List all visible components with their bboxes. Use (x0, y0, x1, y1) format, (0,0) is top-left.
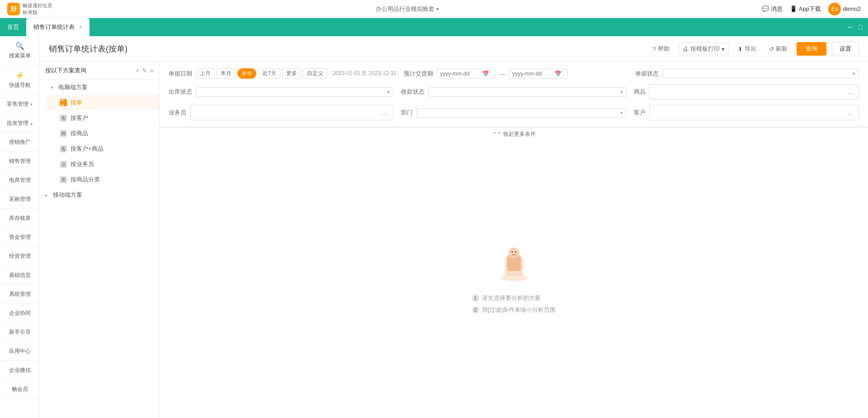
export-btn[interactable]: ⬆ 导出 (734, 43, 760, 55)
tree-item-bycategory[interactable]: 类 按商品分类 (45, 172, 159, 187)
print-btn[interactable]: 🖨 按模板打印 ▾ (679, 43, 729, 55)
user-avatar-area[interactable]: Ea demo2 (828, 3, 861, 15)
customer-label: 客户 (634, 109, 646, 117)
tree-item-bycustomer[interactable]: 客 按客户 (45, 110, 159, 126)
sidebar-item-system[interactable]: 系统管理 (0, 285, 39, 304)
customer-more-icon[interactable]: ... (846, 107, 855, 118)
collapse-bar[interactable]: ⌃⌃ 收起更多条件 (160, 127, 868, 141)
sidebar-item-search[interactable]: 🔍 搜索菜单 (0, 36, 39, 66)
calendar-start-icon: 📅 (482, 71, 489, 77)
workspace-title: 办公用品行业模拟账套 (376, 5, 434, 13)
goods-select[interactable]: ... (649, 84, 859, 100)
tab-maximize-btn[interactable]: □ (856, 21, 864, 33)
tree-item-byorder[interactable]: 按单 按单 (45, 95, 159, 110)
scheme-icon-order: 按单 (60, 99, 67, 106)
wholesale-arrow-icon: ▴ (30, 121, 33, 126)
tab-home[interactable]: 首页 (0, 18, 26, 36)
sidebar-item-newbie[interactable]: 新手引导 (0, 323, 39, 342)
sidebar-item-basic[interactable]: 基础信息 (0, 266, 39, 285)
date-btn-thisyear[interactable]: 本年 (237, 68, 256, 79)
salesperson-label: 业务员 (169, 109, 186, 117)
expected-date-end-input[interactable] (512, 71, 553, 77)
date-btn-lastmonth[interactable]: 上月 (196, 68, 215, 79)
filter-item-ship: 出库状态 ▾ (169, 87, 394, 97)
expected-date-start[interactable]: 📅 (437, 69, 495, 79)
tree-item-bygoods[interactable]: 商 按商品 (45, 126, 159, 141)
payment-dropdown-icon: ▾ (620, 90, 623, 95)
settings-button[interactable]: 设置 (832, 42, 859, 56)
sidebar: 🔍 搜索菜单 ⚡ 快捷导航 零售管理 ▾ 批发管理 ▴ 营销推广 销售管理 电商… (0, 36, 40, 418)
sidebar-item-ecommerce[interactable]: 电商管理 (0, 171, 39, 190)
tree-item-bycustomergoods[interactable]: 客 按客户+商品 (45, 141, 159, 157)
workspace-title-area[interactable]: 办公用品行业模拟账套 ▾ (376, 5, 439, 13)
tree-item-bysalesperson[interactable]: 业 按业务员 (45, 157, 159, 172)
date-btn-more[interactable]: 更多 (282, 68, 301, 79)
date-shortcuts: 上月 本月 本年 近7天 更多 自定义 (196, 68, 327, 79)
download-icon: 📱 (790, 5, 797, 12)
sidebar-item-marketing[interactable]: 营销推广 (0, 133, 39, 152)
customer-select[interactable]: ... (649, 105, 859, 120)
content-area: 销售订单统计表(按单) ? 帮助 🖨 按模板打印 ▾ ⬆ 导出 ↺ 刷新 (40, 36, 868, 418)
filter-item-date: 单据日期 上月 本月 本年 近7天 更多 自定义 2023-01-01 至 20… (169, 68, 396, 79)
sidebar-item-appcenter[interactable]: 应用中心 (0, 342, 39, 361)
collapse-panel-icon[interactable]: « (150, 67, 154, 74)
add-scheme-icon[interactable]: + (136, 67, 139, 74)
sidebar-item-retail[interactable]: 零售管理 ▾ (0, 95, 39, 114)
query-button[interactable]: 查询 (797, 42, 826, 56)
department-label: 部门 (401, 109, 413, 117)
workspace-dropdown-icon[interactable]: ▾ (436, 6, 439, 11)
scheme-icon-customer: 客 (60, 114, 67, 122)
ship-status-select[interactable]: ▾ (196, 87, 394, 97)
sidebar-item-sales[interactable]: 销售管理 (0, 152, 39, 171)
avatar: Ea (828, 3, 841, 15)
department-select[interactable]: ▾ (416, 108, 626, 118)
refresh-icon: ↺ (769, 46, 774, 52)
date-btn-thismonth[interactable]: 本月 (217, 68, 236, 79)
expected-date-end[interactable]: 📅 (509, 69, 568, 79)
scheme-icon-custgoods: 客 (60, 145, 67, 152)
help-icon: ? (653, 46, 656, 52)
salesperson-more-icon[interactable]: ... (381, 107, 390, 118)
tree-parent-mobile[interactable]: ▸ 移动端方案 (40, 187, 159, 203)
date-btn-custom[interactable]: 自定义 (303, 68, 327, 79)
sidebar-item-purchase[interactable]: 采购管理 (0, 190, 39, 209)
payment-status-select[interactable]: ▾ (428, 87, 626, 97)
page-title: 销售订单统计表(按单) (49, 43, 127, 54)
filter-row-1: 单据日期 上月 本月 本年 近7天 更多 自定义 2023-01-01 至 20… (169, 68, 859, 79)
sidebar-item-finance[interactable]: 资金管理 (0, 228, 39, 247)
page-header: 销售订单统计表(按单) ? 帮助 🖨 按模板打印 ▾ ⬆ 导出 ↺ 刷新 (40, 36, 868, 62)
scheme-icon-salesperson: 业 (60, 161, 67, 168)
sidebar-item-member[interactable]: 畅会员 (0, 380, 39, 399)
tab-minimize-btn[interactable]: ─ (846, 21, 854, 33)
sidebar-item-enterprise[interactable]: 企业协同 (0, 304, 39, 323)
collapse-btn[interactable]: ⌃⌃ 收起更多条件 (492, 130, 536, 138)
filter-item-expected-date: 预计交货期 📅 — 📅 (404, 69, 627, 79)
help-btn[interactable]: ? 帮助 (649, 43, 673, 55)
tree-parent-desktop[interactable]: ▾ 电脑端方案 (45, 80, 159, 95)
app-download-btn[interactable]: 📱 App下载 (790, 5, 821, 13)
sidebar-item-wechat[interactable]: 企业微信 (0, 361, 39, 380)
bill-status-dropdown-icon: ▾ (853, 71, 855, 76)
tab-bar-right: ─ □ (846, 21, 868, 33)
shortcut-icon: ⚡ (15, 71, 24, 80)
expected-date-start-input[interactable] (440, 71, 481, 77)
main-content: 🔍 搜索菜单 ⚡ 快捷导航 零售管理 ▾ 批发管理 ▴ 营销推广 销售管理 电商… (0, 36, 868, 418)
sidebar-item-wholesale[interactable]: 批发管理 ▴ (0, 114, 39, 133)
tab-close-icon[interactable]: × (79, 24, 82, 30)
sidebar-item-operations[interactable]: 经营管理 (0, 247, 39, 266)
refresh-btn[interactable]: ↺ 刷新 (765, 43, 791, 55)
date-btn-7days[interactable]: 近7天 (258, 68, 280, 79)
sidebar-item-inventory[interactable]: 库存核算 (0, 209, 39, 228)
filter-item-customer: 客户 ... (634, 105, 859, 120)
sidebar-item-shortcut[interactable]: ⚡ 快捷导航 (0, 66, 39, 95)
message-btn[interactable]: 💬 消息 (762, 5, 783, 13)
edit-scheme-icon[interactable]: ✎ (142, 67, 147, 74)
scheme-icon-category: 类 (60, 176, 67, 183)
bill-status-select[interactable]: ▾ (662, 69, 859, 78)
left-panel-header: 按以下方案查询 + ✎ « (40, 62, 159, 80)
goods-more-icon[interactable]: ... (846, 86, 855, 97)
salesperson-select[interactable]: ... (190, 105, 394, 120)
empty-hint-1: 1 请先选择要分析的方案 (472, 294, 556, 302)
retail-arrow-icon: ▾ (30, 102, 33, 107)
tab-sales-order[interactable]: 销售订单统计表 × (26, 18, 90, 36)
